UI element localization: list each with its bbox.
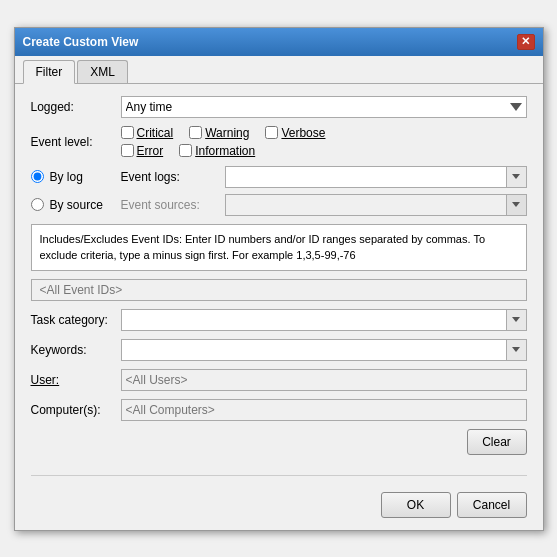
task-category-row: Task category: bbox=[31, 309, 527, 331]
event-sources-dropdown-btn bbox=[506, 195, 526, 215]
cancel-button[interactable]: Cancel bbox=[457, 492, 527, 518]
clear-row: Clear bbox=[31, 429, 527, 455]
by-log-label: By log bbox=[50, 170, 83, 184]
verbose-label: Verbose bbox=[281, 126, 325, 140]
event-logs-dropdown-btn[interactable] bbox=[506, 167, 526, 187]
title-bar: Create Custom View ✕ bbox=[15, 28, 543, 56]
user-row: User: bbox=[31, 369, 527, 391]
event-id-row bbox=[31, 279, 527, 301]
task-category-dropdown-btn[interactable] bbox=[506, 310, 526, 330]
ok-button[interactable]: OK bbox=[381, 492, 451, 518]
event-sources-arrow-icon bbox=[512, 202, 520, 207]
user-input[interactable] bbox=[121, 369, 527, 391]
warning-checkbox[interactable] bbox=[189, 126, 202, 139]
clear-button[interactable]: Clear bbox=[467, 429, 527, 455]
event-sources-label: Event sources: bbox=[121, 198, 221, 212]
information-checkbox[interactable] bbox=[179, 144, 192, 157]
by-source-radio[interactable] bbox=[31, 198, 44, 211]
event-level-row: Event level: Critical Warning Verbose bbox=[31, 126, 527, 158]
divider bbox=[31, 475, 527, 476]
task-category-field bbox=[121, 309, 527, 331]
user-label: User: bbox=[31, 373, 121, 387]
event-level-checkboxes: Critical Warning Verbose Error bbox=[121, 126, 527, 158]
information-label: Information bbox=[195, 144, 255, 158]
computer-row: Computer(s): bbox=[31, 399, 527, 421]
filter-panel: Logged: Any time Last hour Last 12 hours… bbox=[15, 84, 543, 475]
keywords-dropdown-btn[interactable] bbox=[506, 340, 526, 360]
by-log-radio-group: By log bbox=[31, 170, 121, 184]
logged-row: Logged: Any time Last hour Last 12 hours… bbox=[31, 96, 527, 118]
keywords-row: Keywords: bbox=[31, 339, 527, 361]
description-box: Includes/Excludes Event IDs: Enter ID nu… bbox=[31, 224, 527, 271]
keywords-arrow-icon bbox=[512, 347, 520, 352]
critical-checkbox-item: Critical bbox=[121, 126, 174, 140]
event-sources-field bbox=[225, 194, 527, 216]
event-logs-input[interactable] bbox=[226, 170, 506, 184]
warning-label: Warning bbox=[205, 126, 249, 140]
error-checkbox[interactable] bbox=[121, 144, 134, 157]
task-category-input[interactable] bbox=[122, 313, 506, 327]
by-log-row: By log Event logs: bbox=[31, 166, 527, 188]
description-text: Includes/Excludes Event IDs: Enter ID nu… bbox=[40, 233, 486, 262]
information-checkbox-item: Information bbox=[179, 144, 255, 158]
by-source-radio-group: By source bbox=[31, 198, 121, 212]
by-log-radio[interactable] bbox=[31, 170, 44, 183]
event-level-label: Event level: bbox=[31, 135, 121, 149]
logged-select[interactable]: Any time Last hour Last 12 hours Last 24… bbox=[121, 96, 527, 118]
error-label: Error bbox=[137, 144, 164, 158]
task-category-arrow-icon bbox=[512, 317, 520, 322]
verbose-checkbox[interactable] bbox=[265, 126, 278, 139]
by-source-label: By source bbox=[50, 198, 103, 212]
close-button[interactable]: ✕ bbox=[517, 34, 535, 50]
tab-xml[interactable]: XML bbox=[77, 60, 128, 83]
critical-checkbox[interactable] bbox=[121, 126, 134, 139]
tab-bar: Filter XML bbox=[15, 56, 543, 84]
event-ids-input[interactable] bbox=[31, 279, 527, 301]
keywords-field bbox=[121, 339, 527, 361]
event-logs-label: Event logs: bbox=[121, 170, 221, 184]
computer-input[interactable] bbox=[121, 399, 527, 421]
keywords-input[interactable] bbox=[122, 343, 506, 357]
computer-label: Computer(s): bbox=[31, 403, 121, 417]
error-checkbox-item: Error bbox=[121, 144, 164, 158]
create-custom-view-dialog: Create Custom View ✕ Filter XML Logged: … bbox=[14, 27, 544, 531]
event-sources-input bbox=[226, 198, 506, 212]
bottom-buttons: OK Cancel bbox=[15, 484, 543, 530]
dialog-title: Create Custom View bbox=[23, 35, 139, 49]
by-source-row: By source Event sources: bbox=[31, 194, 527, 216]
event-logs-field bbox=[225, 166, 527, 188]
log-source-section: By log Event logs: By source bbox=[31, 166, 527, 216]
task-category-label: Task category: bbox=[31, 313, 121, 327]
event-logs-arrow-icon bbox=[512, 174, 520, 179]
keywords-label: Keywords: bbox=[31, 343, 121, 357]
tab-filter[interactable]: Filter bbox=[23, 60, 76, 84]
verbose-checkbox-item: Verbose bbox=[265, 126, 325, 140]
warning-checkbox-item: Warning bbox=[189, 126, 249, 140]
critical-label: Critical bbox=[137, 126, 174, 140]
logged-label: Logged: bbox=[31, 100, 121, 114]
